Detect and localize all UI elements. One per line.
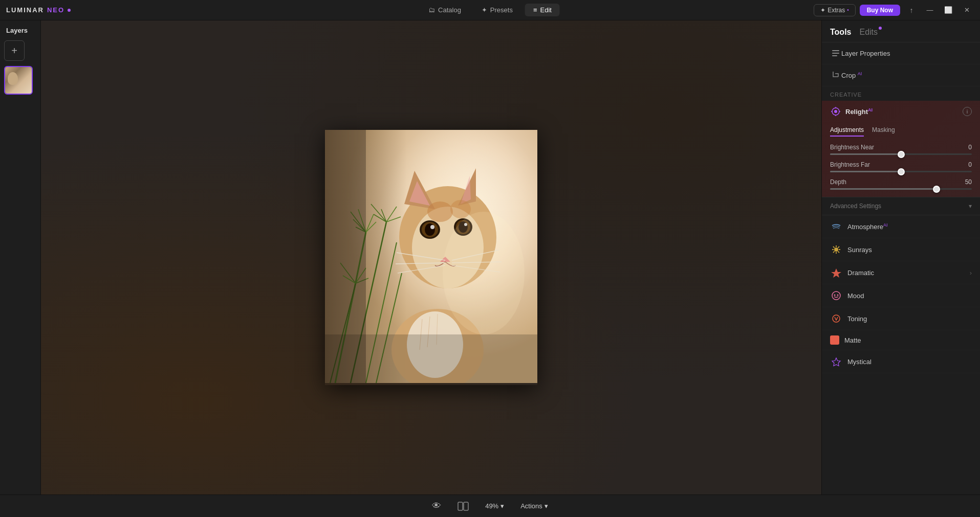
mystical-row[interactable]: Mystical xyxy=(822,350,980,373)
brightness-near-track[interactable] xyxy=(830,153,972,155)
brightness-near-row: Brightness Near 0 xyxy=(822,141,980,158)
creative-section-label: Creative xyxy=(822,86,980,101)
svg-point-51 xyxy=(443,212,525,334)
canvas-area[interactable] xyxy=(41,20,821,494)
eye-button[interactable]: 👁 xyxy=(428,499,445,513)
crop-ai-badge: AI xyxy=(858,71,862,76)
app-suffix: NEO xyxy=(47,6,64,14)
atmosphere-icon xyxy=(830,220,842,233)
svg-rect-78 xyxy=(458,502,463,510)
app-logo: LUMINAR NEO xyxy=(6,6,71,14)
brightness-far-fill xyxy=(830,171,901,172)
dramatic-row[interactable]: Dramatic › xyxy=(822,261,980,284)
mystical-label: Mystical xyxy=(847,358,972,366)
share-button[interactable]: ↑ xyxy=(904,3,919,17)
brightness-near-thumb[interactable] xyxy=(898,151,905,158)
brightness-near-label: Brightness Near xyxy=(830,144,874,151)
svg-point-74 xyxy=(834,295,836,296)
matte-icon xyxy=(830,335,839,345)
bottom-toolbar: 👁 49% ▾ Actions ▾ xyxy=(0,494,980,517)
svg-rect-79 xyxy=(464,502,468,510)
relight-label: RelightAI xyxy=(845,107,959,116)
depth-thumb[interactable] xyxy=(933,186,940,193)
split-view-icon xyxy=(458,502,469,511)
svg-rect-56 xyxy=(832,55,837,56)
right-panel: Tools Edits Layer Properties xyxy=(821,20,980,494)
depth-fill xyxy=(830,188,937,190)
zoom-label: 49% xyxy=(485,502,498,510)
svg-point-76 xyxy=(833,315,840,322)
presets-tab[interactable]: ✦ Presets xyxy=(473,4,521,16)
sunrays-row[interactable]: Sunrays xyxy=(822,238,980,261)
toning-label: Toning xyxy=(847,315,972,323)
brightness-far-track[interactable] xyxy=(830,171,972,172)
buy-button[interactable]: Buy Now xyxy=(860,5,900,16)
edits-tab[interactable]: Edits xyxy=(859,28,878,37)
adjustments-tab[interactable]: Adjustments xyxy=(830,124,864,137)
minimize-button[interactable]: — xyxy=(923,3,937,17)
layer-properties-item[interactable]: Layer Properties xyxy=(822,42,980,64)
toning-row[interactable]: Toning xyxy=(822,307,980,330)
crop-item[interactable]: Crop AI xyxy=(822,64,980,86)
titlebar: LUMINAR NEO 🗂 Catalog ✦ Presets ≡ Edit ✦… xyxy=(0,0,980,20)
atmosphere-text: Atmosphere xyxy=(847,223,883,231)
tools-tab[interactable]: Tools xyxy=(830,28,851,37)
presets-icon: ✦ xyxy=(482,6,487,14)
extras-label: Extras xyxy=(827,7,845,14)
matte-row[interactable]: Matte xyxy=(822,330,980,350)
eye-icon: 👁 xyxy=(432,501,441,511)
cat-photo xyxy=(325,130,537,383)
actions-chevron-icon: ▾ xyxy=(545,502,548,510)
relight-icon xyxy=(830,106,841,117)
depth-row: Depth 50 xyxy=(822,175,980,193)
share-icon: ↑ xyxy=(910,6,913,14)
atmosphere-row[interactable]: AtmosphereAI xyxy=(822,215,980,238)
close-button[interactable]: ✕ xyxy=(960,3,974,17)
svg-rect-54 xyxy=(832,50,839,51)
brightness-far-label: Brightness Far xyxy=(830,161,870,168)
relight-text: Relight xyxy=(845,108,868,116)
crop-icon xyxy=(830,70,841,81)
layers-title: Layers xyxy=(4,27,36,34)
edit-tab[interactable]: ≡ Edit xyxy=(525,4,560,16)
edit-label: Edit xyxy=(540,6,552,14)
zoom-button[interactable]: 49% ▾ xyxy=(481,500,508,512)
sunrays-label: Sunrays xyxy=(847,246,972,254)
maximize-button[interactable]: ⬜ xyxy=(941,3,955,17)
sunrays-icon xyxy=(830,243,842,256)
mood-row[interactable]: Mood xyxy=(822,284,980,307)
svg-point-63 xyxy=(834,248,838,252)
brightness-far-thumb[interactable] xyxy=(898,168,905,175)
actions-button[interactable]: Actions ▾ xyxy=(516,500,552,512)
catalog-tab[interactable]: 🗂 Catalog xyxy=(420,4,469,16)
app-name: LUMINAR xyxy=(6,6,44,14)
layer-thumbnail[interactable] xyxy=(4,66,33,95)
svg-point-75 xyxy=(837,295,839,296)
svg-rect-55 xyxy=(832,53,839,54)
add-layer-icon: + xyxy=(11,45,17,57)
adjustment-tabs: Adjustments Masking xyxy=(822,122,980,141)
depth-track[interactable] xyxy=(830,188,972,190)
advanced-settings[interactable]: Advanced Settings ▾ xyxy=(822,197,980,215)
layers-panel: Layers + xyxy=(0,20,41,494)
catalog-icon: 🗂 xyxy=(428,6,435,14)
relight-header[interactable]: RelightAI i xyxy=(822,101,980,122)
extras-button[interactable]: ✦ Extras • xyxy=(814,4,856,16)
edits-tab-label: Edits xyxy=(859,28,878,36)
extras-dot: • xyxy=(847,7,849,13)
svg-marker-72 xyxy=(831,268,841,278)
svg-point-30 xyxy=(450,200,471,218)
nav-tabs: 🗂 Catalog ✦ Presets ≡ Edit xyxy=(420,4,560,16)
advanced-settings-label: Advanced Settings xyxy=(830,203,881,210)
brightness-near-fill xyxy=(830,153,901,155)
matte-label: Matte xyxy=(844,336,972,344)
crop-label: Crop AI xyxy=(841,71,972,79)
split-view-button[interactable] xyxy=(453,500,473,513)
buy-label: Buy Now xyxy=(867,7,893,14)
masking-tab[interactable]: Masking xyxy=(872,124,895,137)
depth-label: Depth xyxy=(830,178,846,186)
add-layer-button[interactable]: + xyxy=(4,40,25,61)
svg-rect-53 xyxy=(325,334,537,383)
relight-info-icon[interactable]: i xyxy=(963,107,972,116)
brightness-far-value: 0 xyxy=(968,161,972,168)
